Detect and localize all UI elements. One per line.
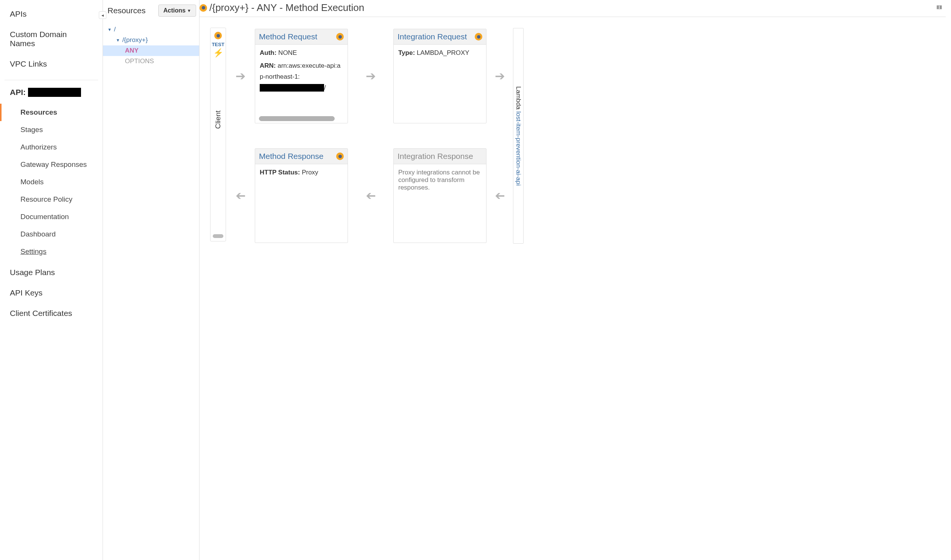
tree-node-proxy[interactable]: ▼ /{proxy+} bbox=[103, 35, 199, 45]
nav-client-certificates[interactable]: Client Certificates bbox=[0, 303, 103, 324]
subnav-resources[interactable]: Resources bbox=[0, 104, 103, 121]
integration-response-body: Proxy integrations cannot be configured … bbox=[398, 169, 480, 191]
api-sub-nav: Resources Stages Authorizers Gateway Res… bbox=[0, 104, 103, 260]
integration-response-title: Integration Response bbox=[398, 152, 473, 161]
client-column: TEST ⚡ Client bbox=[210, 28, 226, 241]
main-panel: /{proxy+} - ANY - Method Execution TEST … bbox=[200, 0, 951, 560]
arrow-left-icon: ➔ bbox=[486, 188, 513, 203]
info-dot-icon[interactable] bbox=[200, 4, 207, 12]
nav-vpc-links[interactable]: VPC Links bbox=[0, 54, 103, 74]
nav-apis[interactable]: APIs bbox=[0, 4, 103, 24]
tree-options-label: OPTIONS bbox=[125, 58, 154, 65]
client-label: Client bbox=[214, 110, 222, 129]
resources-tree: ▼ / ▼ /{proxy+} ANY OPTIONS bbox=[103, 21, 199, 67]
api-heading: API: bbox=[0, 88, 103, 104]
method-request-card: Method Request Auth: NONE ARN: arn:aws:e… bbox=[255, 29, 348, 123]
subnav-settings[interactable]: Settings bbox=[0, 243, 103, 260]
arn-suffix: / bbox=[324, 84, 326, 91]
arrow-right-icon: ➔ bbox=[348, 69, 393, 83]
sidebar-divider bbox=[5, 80, 98, 80]
auth-label: Auth: bbox=[260, 49, 276, 56]
subnav-stages[interactable]: Stages bbox=[0, 121, 103, 138]
info-dot-icon[interactable] bbox=[214, 32, 222, 39]
subnav-models[interactable]: Models bbox=[0, 173, 103, 191]
arn-label: ARN: bbox=[260, 62, 276, 69]
subnav-authorizers[interactable]: Authorizers bbox=[0, 138, 103, 156]
http-status-value: Proxy bbox=[302, 169, 318, 176]
nav-api-keys[interactable]: API Keys bbox=[0, 283, 103, 303]
info-dot-icon[interactable] bbox=[336, 33, 344, 40]
resources-title: Resources bbox=[108, 6, 145, 15]
tree-any-label: ANY bbox=[125, 47, 139, 54]
caret-down-icon: ▼ bbox=[116, 38, 120, 42]
nav-custom-domain-names[interactable]: Custom Domain Names bbox=[0, 24, 103, 54]
api-label: API: bbox=[10, 88, 26, 97]
method-request-link[interactable]: Method Request bbox=[259, 32, 317, 41]
lambda-function-link[interactable]: lost-item-prevention-ai-api bbox=[515, 111, 522, 186]
subnav-documentation[interactable]: Documentation bbox=[0, 208, 103, 226]
card-scrollbar[interactable] bbox=[259, 116, 335, 121]
method-response-link[interactable]: Method Response bbox=[259, 152, 323, 161]
arrow-right-icon: ➔ bbox=[226, 69, 255, 83]
tree-proxy-label: /{proxy+} bbox=[122, 36, 148, 44]
info-dot-icon[interactable] bbox=[336, 152, 344, 160]
http-status-label: HTTP Status: bbox=[260, 169, 300, 176]
subnav-dashboard[interactable]: Dashboard bbox=[0, 226, 103, 243]
actions-label: Actions bbox=[163, 7, 186, 14]
type-value: LAMBDA_PROXY bbox=[417, 49, 469, 56]
method-response-card: Method Response HTTP Status: Proxy bbox=[255, 148, 348, 243]
arn-redacted bbox=[260, 84, 324, 92]
lambda-prefix: Lambda bbox=[515, 86, 522, 111]
book-icon[interactable] bbox=[935, 4, 943, 12]
bolt-icon: ⚡ bbox=[213, 48, 223, 58]
tree-node-root[interactable]: ▼ / bbox=[103, 24, 199, 35]
nav-usage-plans[interactable]: Usage Plans bbox=[0, 260, 103, 283]
tree-root-label: / bbox=[114, 26, 116, 33]
test-link[interactable]: TEST bbox=[212, 42, 224, 47]
client-scrollbar[interactable] bbox=[213, 234, 223, 238]
breadcrumb-text: /{proxy+} - ANY - Method Execution bbox=[209, 2, 364, 14]
type-label: Type: bbox=[398, 49, 415, 56]
tree-node-any[interactable]: ANY bbox=[103, 45, 199, 56]
collapse-sidebar-button[interactable]: ◄ bbox=[99, 11, 106, 19]
lambda-column: Lambda lost-item-prevention-ai-api bbox=[513, 28, 524, 244]
left-sidebar: ◄ APIs Custom Domain Names VPC Links API… bbox=[0, 0, 103, 560]
arrow-left-icon: ➔ bbox=[226, 188, 255, 203]
integration-request-link[interactable]: Integration Request bbox=[398, 32, 467, 41]
arrow-right-icon: ➔ bbox=[486, 69, 513, 83]
caret-down-icon: ▼ bbox=[108, 27, 112, 32]
auth-value: NONE bbox=[278, 49, 297, 56]
resources-column: Resources Actions ▼ ▼ / ▼ /{proxy+} ANY … bbox=[103, 0, 200, 560]
subnav-resource-policy[interactable]: Resource Policy bbox=[0, 191, 103, 208]
arrow-left-icon: ➔ bbox=[348, 188, 393, 203]
caret-down-icon: ▼ bbox=[187, 8, 191, 13]
info-dot-icon[interactable] bbox=[475, 33, 482, 40]
actions-button[interactable]: Actions ▼ bbox=[158, 5, 196, 17]
integration-request-card: Integration Request Type: LAMBDA_PROXY bbox=[393, 29, 486, 123]
subnav-gateway-responses[interactable]: Gateway Responses bbox=[0, 156, 103, 173]
api-name-redacted bbox=[28, 88, 81, 97]
breadcrumb: /{proxy+} - ANY - Method Execution bbox=[200, 2, 364, 14]
integration-response-card: Integration Response Proxy integrations … bbox=[393, 148, 486, 243]
tree-node-options[interactable]: OPTIONS bbox=[103, 56, 199, 67]
